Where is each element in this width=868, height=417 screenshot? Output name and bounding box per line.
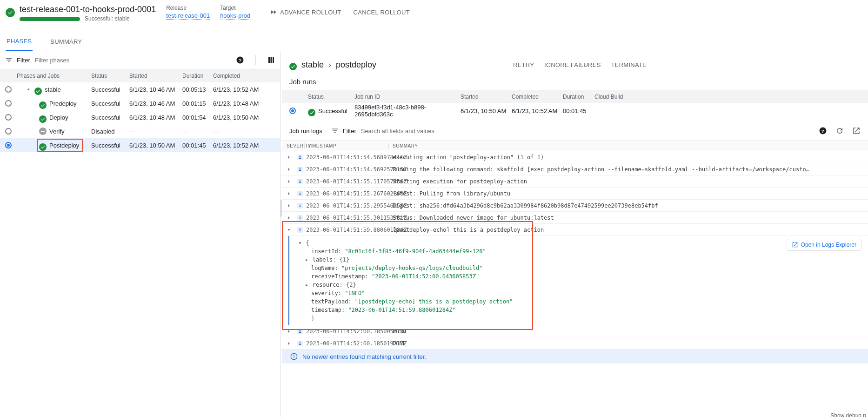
- success-icon: [34, 87, 42, 95]
- help-icon[interactable]: ?: [819, 127, 827, 135]
- target-link[interactable]: hooks-prod: [220, 12, 250, 20]
- job-row[interactable]: Deploy Successful 6/1/23, 10:48 AM 00:01…: [0, 110, 280, 124]
- job-runs-header: Status Job run ID Started Completed Dura…: [282, 90, 868, 103]
- disabled-icon: [39, 128, 47, 135]
- crumb-phase[interactable]: stable: [301, 60, 324, 70]
- radio[interactable]: [5, 114, 12, 121]
- run-duration: 00:01:45: [563, 108, 594, 114]
- ignore-failures-button[interactable]: IGNORE FAILURES: [544, 61, 601, 68]
- open-external-icon: [792, 242, 798, 248]
- terminate-button[interactable]: TERMINATE: [611, 61, 647, 68]
- severity-info-icon: i: [297, 341, 303, 346]
- log-entry-expanded: Open in Logs Explorer ▾ { insertId: "8c0…: [288, 236, 868, 325]
- chevron-right-icon[interactable]: [282, 178, 296, 185]
- tab-summary[interactable]: SUMMARY: [49, 33, 83, 51]
- cancel-rollout-button[interactable]: CANCEL ROLLOUT: [354, 9, 410, 16]
- tabs: PHASES SUMMARY: [0, 32, 868, 51]
- success-icon: [289, 63, 297, 70]
- chevron-right-icon[interactable]: [282, 340, 296, 347]
- separator: [255, 55, 256, 65]
- chevron-right-icon: ›: [328, 60, 331, 70]
- detail-panel: stable › postdeploy RETRY IGNORE FAILURE…: [282, 51, 868, 417]
- help-icon[interactable]: ?: [236, 56, 244, 64]
- phases-panel: Filter ? Phases and Jobs Status St: [0, 51, 280, 417]
- success-icon: [39, 143, 47, 151]
- severity-info-icon: i: [297, 227, 303, 233]
- rollout-title: test-release-001-to-hooks-prod-0001: [20, 5, 156, 14]
- run-started: 6/1/23, 10:50 AM: [461, 108, 512, 114]
- chevron-right-icon[interactable]: [282, 328, 296, 335]
- svg-text:?: ?: [239, 58, 241, 63]
- target-label: Target: [220, 5, 250, 11]
- filter-label: Filter: [343, 128, 356, 135]
- success-icon: [6, 8, 15, 17]
- svg-text:?: ?: [821, 128, 824, 134]
- filter-list-icon: [331, 127, 339, 135]
- phase-row[interactable]: stable Successful 6/1/23, 10:46 AM 00:05…: [0, 82, 280, 96]
- log-row[interactable]: i 2023-06-01T14:52:00.185019717Z DONE: [282, 337, 868, 350]
- chevron-down-icon[interactable]: [282, 227, 296, 233]
- log-row[interactable]: i 2023-06-01T14:51:55.267602860Z latest:…: [282, 188, 868, 200]
- fast-forward-icon: [270, 8, 277, 16]
- release-link[interactable]: test-release-001: [166, 12, 210, 20]
- open-external-icon[interactable]: [852, 127, 861, 135]
- severity-info-icon: i: [297, 155, 303, 160]
- log-row[interactable]: i 2023-06-01T14:51:55.301153981Z Status:…: [282, 212, 868, 224]
- retry-button[interactable]: RETRY: [513, 61, 534, 68]
- log-row[interactable]: i 2023-06-01T14:52:00.185005673Z PUSH: [282, 325, 868, 337]
- progress-bar: [20, 17, 80, 21]
- job-run-row[interactable]: Successful 83499ef3-f3d1-48c3-b898-2695d…: [282, 103, 868, 118]
- severity-info-icon: i: [297, 203, 303, 208]
- chevron-right-icon[interactable]: [282, 154, 296, 161]
- chevron-right-icon[interactable]: [282, 202, 296, 209]
- rollout-header: test-release-001-to-hooks-prod-0001 Succ…: [0, 0, 868, 22]
- severity-info-icon: i: [297, 167, 303, 172]
- log-row[interactable]: i 2023-06-01T14:51:54.568978411Z executi…: [282, 151, 868, 163]
- job-runs-title: Job runs: [282, 73, 868, 90]
- radio[interactable]: [5, 100, 12, 107]
- radio[interactable]: [5, 128, 12, 135]
- success-icon: [308, 109, 315, 116]
- chevron-right-icon[interactable]: [282, 166, 296, 173]
- severity-info-icon: i: [297, 179, 303, 184]
- rollout-status-text: Successful: stable: [85, 15, 130, 22]
- chevron-right-icon[interactable]: [282, 215, 296, 221]
- refresh-icon[interactable]: [835, 127, 844, 135]
- logs-filter-input[interactable]: [360, 127, 527, 135]
- advance-rollout-button[interactable]: ADVANCE ROLLOUT: [270, 8, 341, 16]
- severity-info-icon: i: [297, 215, 303, 221]
- chevron-down-icon[interactable]: [25, 86, 32, 93]
- job-row[interactable]: Predeploy Successful 6/1/23, 10:46 AM 00…: [0, 96, 280, 110]
- phases-table-header: Phases and Jobs Status Started Duration …: [0, 69, 280, 82]
- radio-selected[interactable]: [289, 108, 296, 114]
- run-id: 83499ef3-f3d1-48c3-b898-2695dbfd363c: [354, 104, 461, 118]
- tab-phases[interactable]: PHASES: [6, 32, 33, 51]
- severity-info-icon: i: [297, 191, 303, 196]
- filter-list-icon: [5, 56, 13, 64]
- radio[interactable]: [5, 142, 12, 148]
- job-run-logs-title: Job run logs: [289, 128, 322, 135]
- run-status: Successful: [318, 108, 347, 114]
- no-newer-entries: No newer entries found matching current …: [282, 350, 868, 363]
- run-completed: 6/1/23, 10:52 AM: [512, 108, 563, 114]
- phases-filter-input[interactable]: [34, 56, 155, 64]
- log-row[interactable]: i 2023-06-01T14:51:55.295546058Z Digest:…: [282, 200, 868, 212]
- logs-header: SEVERITY TIMESTAMP SUMMARY: [282, 141, 868, 151]
- success-icon: [39, 115, 47, 123]
- log-row[interactable]: i 2023-06-01T14:51:55.117057436Z Startin…: [282, 175, 868, 188]
- job-row[interactable]: Verify Disabled — — —: [0, 124, 280, 138]
- columns-icon[interactable]: [267, 56, 275, 64]
- filter-label: Filter: [17, 57, 30, 64]
- severity-info-icon: i: [297, 329, 303, 334]
- log-row[interactable]: i 2023-06-01T14:51:54.569257315Z Running…: [282, 163, 868, 175]
- release-label: Release: [166, 5, 210, 11]
- job-row[interactable]: Postdeploy Successful 6/1/23, 10:50 AM 0…: [0, 138, 280, 152]
- open-logs-explorer-button[interactable]: Open in Logs Explorer: [787, 239, 861, 251]
- success-icon: [39, 101, 47, 109]
- crumb-job: postdeploy: [336, 60, 376, 69]
- chevron-right-icon[interactable]: [282, 190, 296, 197]
- log-row[interactable]: i 2023-06-01T14:51:59.880601284Z [postde…: [282, 224, 868, 236]
- show-debug-panel[interactable]: Show debug p: [830, 412, 866, 417]
- radio[interactable]: [5, 86, 12, 93]
